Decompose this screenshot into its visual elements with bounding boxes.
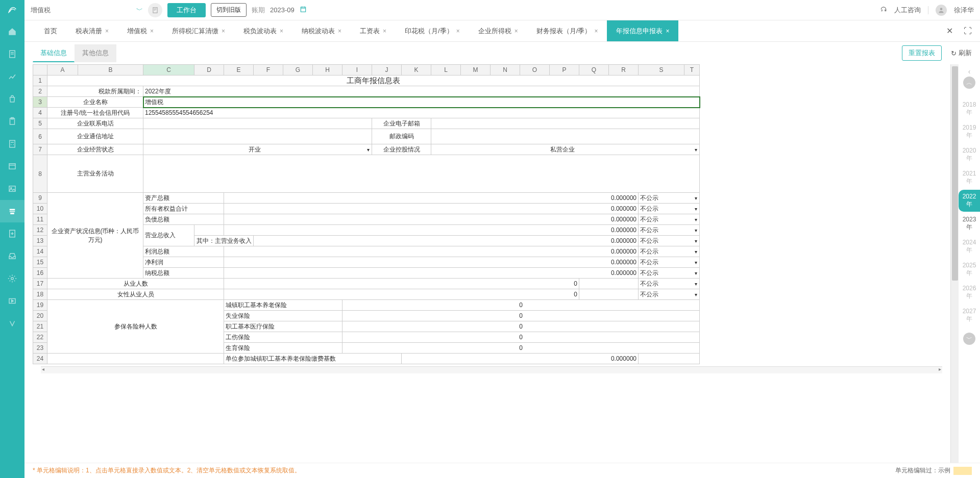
spreadsheet[interactable]: A B C D E F G H I J K L M bbox=[24, 64, 950, 463]
sub-tab-basic[interactable]: 基础信息 bbox=[33, 44, 75, 62]
tab-corp-income[interactable]: 企业所得税× bbox=[469, 20, 527, 41]
nav-template-icon[interactable] bbox=[0, 155, 24, 178]
close-icon[interactable]: × bbox=[105, 28, 109, 35]
col-T[interactable]: T bbox=[684, 65, 700, 76]
user-name[interactable]: 徐泽华 bbox=[954, 6, 974, 15]
scroll-thumb[interactable] bbox=[952, 66, 958, 281]
calendar-icon[interactable] bbox=[300, 6, 307, 14]
nav-settings-icon[interactable] bbox=[0, 267, 24, 290]
consult-link[interactable]: 人工咨询 bbox=[894, 6, 921, 15]
col-G[interactable]: G bbox=[283, 65, 313, 76]
cell-company-name[interactable]: 增值税 bbox=[143, 97, 700, 108]
switch-old-button[interactable]: 切到旧版 bbox=[211, 3, 247, 17]
close-icon[interactable]: × bbox=[338, 28, 341, 35]
col-N[interactable]: N bbox=[491, 65, 520, 76]
col-B[interactable]: B bbox=[78, 65, 143, 76]
col-C[interactable]: C bbox=[143, 65, 194, 76]
col-L[interactable]: L bbox=[431, 65, 461, 76]
left-sidebar bbox=[0, 0, 24, 478]
col-H[interactable]: H bbox=[313, 65, 342, 76]
example-swatch bbox=[953, 467, 972, 475]
close-icon[interactable]: × bbox=[514, 28, 518, 35]
year-2019[interactable]: 2019年 bbox=[959, 121, 980, 143]
tab-tax-fluct[interactable]: 税负波动表× bbox=[234, 20, 292, 41]
nav-image-icon[interactable] bbox=[0, 178, 24, 200]
col-P[interactable]: P bbox=[550, 65, 579, 76]
tab-tax-list[interactable]: 税表清册× bbox=[66, 20, 118, 41]
nav-clipboard-icon[interactable] bbox=[0, 110, 24, 133]
col-R[interactable]: R bbox=[609, 65, 639, 76]
headset-icon bbox=[880, 6, 887, 14]
tab-stamp[interactable]: 印花税（月/季）× bbox=[396, 20, 469, 41]
tab-pay-fluct[interactable]: 纳税波动表× bbox=[292, 20, 351, 41]
svg-rect-5 bbox=[9, 186, 15, 192]
col-J[interactable]: J bbox=[372, 65, 402, 76]
year-2022[interactable]: 2022年 bbox=[959, 190, 980, 212]
close-icon[interactable]: × bbox=[666, 28, 669, 35]
company-name: 增值税 bbox=[31, 6, 51, 15]
svg-point-8 bbox=[11, 278, 14, 280]
tab-annual-report[interactable]: 年报信息申报表× bbox=[607, 20, 678, 41]
close-icon[interactable]: × bbox=[222, 28, 225, 35]
period-value[interactable]: 2023-09 bbox=[270, 6, 295, 14]
year-2027[interactable]: 2027年 bbox=[959, 305, 980, 326]
user-avatar-icon[interactable] bbox=[936, 5, 947, 16]
year-2026[interactable]: 2026年 bbox=[959, 282, 980, 304]
col-I[interactable]: I bbox=[342, 65, 372, 76]
sub-tab-row: 基础信息 其他信息 重置报表 ↻ 刷新 bbox=[24, 42, 980, 64]
nav-v-icon[interactable] bbox=[0, 312, 24, 335]
nav-video-icon[interactable] bbox=[0, 290, 24, 312]
year-2020[interactable]: 2020年 bbox=[959, 144, 980, 166]
close-icon[interactable]: × bbox=[383, 28, 386, 35]
nav-chart-icon[interactable] bbox=[0, 65, 24, 88]
reset-button[interactable]: 重置报表 bbox=[902, 45, 942, 61]
corner-cell[interactable] bbox=[33, 65, 47, 76]
svg-rect-4 bbox=[9, 164, 15, 169]
col-K[interactable]: K bbox=[402, 65, 431, 76]
nav-export-icon[interactable] bbox=[0, 222, 24, 245]
fullscreen-icon[interactable]: ⛶ bbox=[961, 24, 975, 38]
close-all-icon[interactable]: ✕ bbox=[942, 24, 957, 38]
vertical-scrollbar[interactable] bbox=[950, 64, 959, 463]
nav-home-icon[interactable] bbox=[0, 20, 24, 43]
col-S[interactable]: S bbox=[639, 65, 684, 76]
tab-home[interactable]: 首页 bbox=[35, 20, 66, 41]
company-selector[interactable]: 增值税 ﹀ bbox=[31, 6, 143, 15]
nav-calc-icon[interactable] bbox=[0, 133, 24, 155]
footer-warning: * 单元格编辑说明：1、点击单元格直接录入数值或文本。2、清空单元格数值或文本恢… bbox=[33, 466, 301, 475]
close-icon[interactable]: × bbox=[594, 28, 598, 35]
close-icon[interactable]: × bbox=[456, 28, 460, 35]
tab-income-settle[interactable]: 所得税汇算清缴× bbox=[163, 20, 234, 41]
year-2021[interactable]: 2021年 bbox=[959, 167, 980, 189]
col-Q[interactable]: Q bbox=[579, 65, 609, 76]
nav-inbox-icon[interactable] bbox=[0, 245, 24, 267]
col-E[interactable]: E bbox=[224, 65, 254, 76]
year-2025[interactable]: 2025年 bbox=[959, 259, 980, 281]
horizontal-scrollbar[interactable] bbox=[41, 366, 942, 373]
col-M[interactable]: M bbox=[461, 65, 491, 76]
scroll-down-icon[interactable]: ﹀ bbox=[963, 333, 975, 345]
nav-bag-icon[interactable] bbox=[0, 88, 24, 110]
note-icon[interactable] bbox=[148, 3, 162, 17]
col-A[interactable]: A bbox=[47, 65, 78, 76]
tab-vat[interactable]: 增值税× bbox=[118, 20, 163, 41]
year-2018[interactable]: 2018年 bbox=[959, 98, 980, 120]
sub-tab-other[interactable]: 其他信息 bbox=[75, 44, 116, 62]
tab-salary[interactable]: 工资表× bbox=[351, 20, 396, 41]
grid-table: A B C D E F G H I J K L M bbox=[33, 64, 700, 364]
year-2024[interactable]: 2024年 bbox=[959, 236, 980, 258]
scroll-up-icon[interactable]: ︿ bbox=[963, 77, 975, 89]
close-icon[interactable]: × bbox=[150, 28, 154, 35]
sheet-title[interactable]: 工商年报信息表 bbox=[47, 76, 700, 86]
nav-tax-icon[interactable] bbox=[0, 200, 24, 222]
nav-doc-icon[interactable] bbox=[0, 43, 24, 65]
tab-fin-report[interactable]: 财务报表（月/季）× bbox=[527, 20, 607, 41]
year-2023[interactable]: 2023年 bbox=[959, 213, 980, 235]
workbench-button[interactable]: 工作台 bbox=[167, 3, 206, 17]
close-icon[interactable]: × bbox=[280, 28, 283, 35]
col-D[interactable]: D bbox=[194, 65, 224, 76]
col-O[interactable]: O bbox=[520, 65, 550, 76]
chevron-left-icon[interactable]: ‹ bbox=[968, 67, 971, 76]
col-F[interactable]: F bbox=[254, 65, 283, 76]
refresh-button[interactable]: ↻ 刷新 bbox=[951, 48, 972, 58]
